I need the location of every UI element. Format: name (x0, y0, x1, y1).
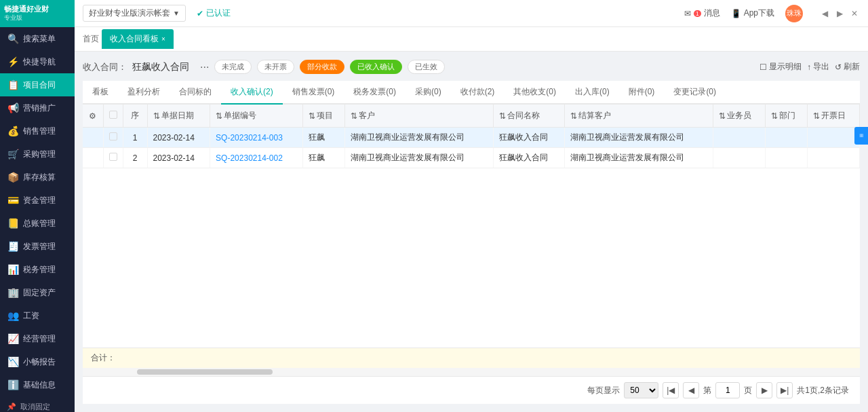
th-contract-name[interactable]: ⇅合同名称 (494, 105, 565, 128)
select-all-checkbox[interactable] (109, 111, 117, 119)
show-detail-toggle[interactable]: ☐ 显示明细 (760, 61, 802, 73)
income-confirm-table: ⚙ 序 ⇅单据日期 ⇅单据编号 ⇅项目 ⇅客户 ⇅合同名称 ⇅结算客户 ⇅业务员… (83, 105, 860, 168)
export-icon: ↑ (807, 62, 811, 72)
window-back-button[interactable]: ◀ (819, 8, 830, 19)
capital-icon: 💳 (7, 194, 19, 206)
th-project[interactable]: ⇅项目 (302, 105, 345, 128)
next-page-button[interactable]: ▶ (756, 382, 772, 398)
first-page-button[interactable]: |◀ (663, 382, 679, 398)
row1-dept (765, 128, 808, 148)
phone-icon: 📱 (731, 9, 741, 18)
close-tab-button[interactable]: × (161, 35, 165, 43)
sidebar-bottom: 📌 取消固定 (0, 396, 75, 412)
th-bill-no[interactable]: ⇅单据编号 (210, 105, 303, 128)
tab-change-log[interactable]: 变更记录(0) (664, 81, 726, 105)
export-button[interactable]: ↑ 导出 (807, 61, 829, 73)
row1-setting (83, 128, 103, 148)
tab-attachment[interactable]: 附件(0) (619, 81, 665, 105)
window-forward-button[interactable]: ▶ (834, 8, 845, 19)
sidebar-pin-item[interactable]: 📌 取消固定 (0, 396, 75, 412)
tab-sales-invoice[interactable]: 销售发票(0) (283, 81, 344, 105)
tab-warehouse[interactable]: 出入库(0) (566, 81, 619, 105)
tab-other-income[interactable]: 其他收支(0) (504, 81, 566, 105)
row2-checkbox[interactable] (109, 153, 117, 161)
tab-profit[interactable]: 盈利分析 (118, 81, 170, 105)
tab-income-confirm[interactable]: 收入确认(2) (221, 81, 283, 105)
message-label: 消息 (704, 7, 720, 19)
th-date[interactable]: ⇅单据日期 (147, 105, 210, 128)
refresh-button[interactable]: ↺ 刷新 (835, 61, 860, 73)
purchase-icon: 🛒 (7, 148, 19, 160)
message-button[interactable]: ✉ 1 消息 (684, 7, 720, 19)
more-actions-button[interactable]: ··· (200, 61, 209, 73)
sidebar-item-sales[interactable]: 💰 销售管理 (0, 119, 75, 143)
status-uninvoiced[interactable]: 未开票 (257, 60, 294, 74)
row1-bill-no[interactable]: SQ-20230214-003 (210, 128, 303, 148)
table-footer: 合计： (83, 348, 860, 368)
th-salesman[interactable]: ⇅业务员 (713, 105, 765, 128)
window-close-button[interactable]: ✕ (849, 8, 860, 19)
row2-open-date (808, 148, 860, 168)
table-row[interactable]: 2 2023-02-14 SQ-20230214-002 狂飙 湖南卫视商业运营… (83, 148, 860, 168)
sidebar-item-capital[interactable]: 💳 资金管理 (0, 189, 75, 212)
row2-bill-no[interactable]: SQ-20230214-002 (210, 148, 303, 168)
row2-salesman (713, 148, 765, 168)
th-customer[interactable]: ⇅客户 (345, 105, 494, 128)
sidebar-item-ops-label: 经营管理 (23, 333, 56, 345)
per-page-select[interactable]: 20 50 100 (624, 382, 658, 398)
tab-payment[interactable]: 收付款(2) (451, 81, 505, 105)
home-link[interactable]: 首页 (83, 33, 99, 45)
sidebar-item-base-info[interactable]: ℹ️ 基础信息 (0, 373, 75, 396)
company-selector[interactable]: 好业财专业版演示帐套 ▼ (83, 5, 186, 22)
sidebar-item-purchase[interactable]: 🛒 采购管理 (0, 143, 75, 166)
sidebar-item-quick-nav[interactable]: ⚡ 快捷导航 (0, 50, 75, 73)
scrollbar-thumb[interactable] (137, 369, 273, 375)
topbar: 好业财专业版演示帐套 ▼ ✔ 已认证 ✉ 1 消息 📱 App下载 珠珠 (75, 0, 868, 27)
th-open-date[interactable]: ⇅开票日 (808, 105, 860, 128)
sidebar-item-marketing[interactable]: 📢 营销推广 (0, 96, 75, 119)
sidebar-pin-label: 取消固定 (20, 402, 50, 412)
page-number-input[interactable]: 1 (715, 382, 740, 398)
right-panel-icon[interactable]: ≡ (854, 127, 868, 145)
sidebar-item-fixed-assets[interactable]: 🏢 固定资产 (0, 281, 75, 304)
tab-kanban[interactable]: 看板 (83, 81, 118, 105)
sidebar-item-search[interactable]: 🔍 搜索菜单 (0, 27, 75, 50)
row2-bill-no-link[interactable]: SQ-20230214-002 (216, 153, 283, 163)
sidebar-item-inventory[interactable]: 📦 库存核算 (0, 166, 75, 189)
prev-page-button[interactable]: ◀ (683, 382, 699, 398)
sidebar-item-reports[interactable]: 📉 小畅报告 (0, 350, 75, 373)
row1-checkbox[interactable] (109, 132, 117, 141)
sidebar-item-hr[interactable]: 👥 工资 (0, 304, 75, 327)
status-confirmed[interactable]: 已收入确认 (350, 60, 402, 74)
sidebar-item-invoice-mgmt[interactable]: 🧾 发票管理 (0, 235, 75, 258)
horizontal-scrollbar[interactable] (83, 368, 860, 376)
app-download-button[interactable]: 📱 App下载 (731, 7, 774, 19)
reports-icon: 📉 (7, 356, 19, 368)
sidebar-item-general-ledger[interactable]: 📒 总账管理 (0, 212, 75, 235)
row1-end-customer: 湖南卫视商业运营发展有限公司 (565, 128, 713, 148)
user-avatar-button[interactable]: 珠珠 (785, 5, 803, 22)
row2-check[interactable] (103, 148, 123, 168)
sort-opendate-icon: ⇅ (813, 111, 820, 121)
status-incomplete[interactable]: 未完成 (214, 60, 252, 74)
last-page-button[interactable]: ▶| (776, 382, 793, 398)
row1-bill-no-link[interactable]: SQ-20230214-003 (216, 133, 283, 143)
status-effective[interactable]: 已生效 (408, 60, 445, 74)
th-check[interactable] (103, 105, 123, 128)
sidebar-item-project-contract[interactable]: 📋 项目合同 (0, 73, 75, 96)
th-end-customer[interactable]: ⇅结算客户 (565, 105, 713, 128)
hr-icon: 👥 (7, 310, 19, 322)
row1-check[interactable] (103, 128, 123, 148)
tab-purchase[interactable]: 采购(0) (406, 81, 451, 105)
tab-contract-std[interactable]: 合同标的 (170, 81, 221, 105)
sidebar-item-ops[interactable]: 📈 经营管理 (0, 327, 75, 350)
page-label: 第 (703, 385, 711, 396)
tab-tax-invoice[interactable]: 税务发票(0) (344, 81, 406, 105)
status-partial-collected[interactable]: 部分收款 (300, 60, 344, 74)
sidebar-item-tax[interactable]: 📊 税务管理 (0, 258, 75, 281)
table-row[interactable]: 1 2023-02-14 SQ-20230214-003 狂飙 湖南卫视商业运营… (83, 128, 860, 148)
message-icon: ✉ (684, 9, 691, 18)
th-dept[interactable]: ⇅部门 (765, 105, 808, 128)
active-tab[interactable]: 收入合同看板 × (102, 29, 174, 49)
th-setting[interactable]: ⚙ (83, 105, 103, 128)
